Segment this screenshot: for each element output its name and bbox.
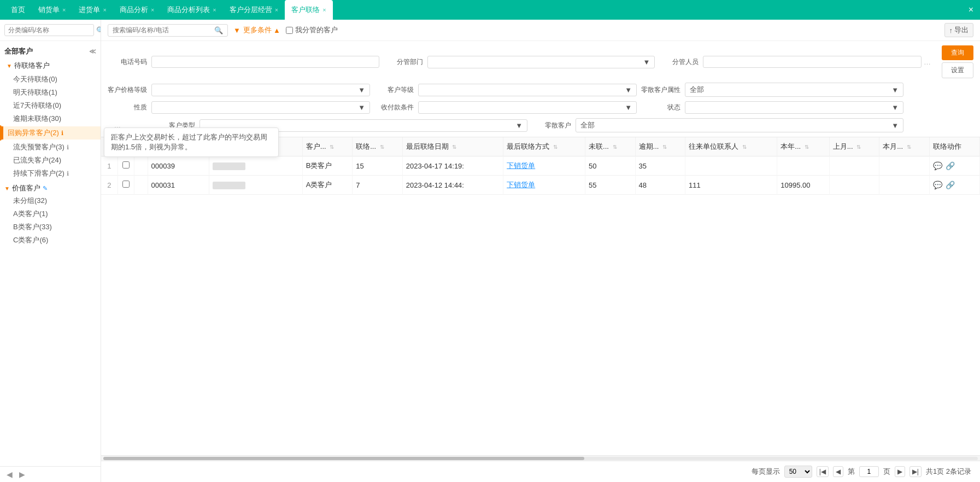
row-1-this-month [879, 156, 929, 176]
gender-icon: ▼ [358, 103, 365, 112]
row-2-link-icon[interactable]: 🔗 [946, 181, 955, 189]
prev-page-button[interactable]: ◀ [833, 466, 843, 477]
col-last-contact-way: 最后联络方式 ⇅ [503, 137, 585, 156]
nav-customer-contact[interactable]: 客户联络 × [285, 0, 332, 20]
filter-gender-label: 性质 [108, 103, 151, 112]
col-last-month-sort-icon[interactable]: ⇅ [856, 144, 861, 150]
filter-customer-grade-label: 客户等级 [374, 85, 418, 95]
col-overdue-sort-icon[interactable]: ⇅ [662, 144, 667, 150]
row-2-comment-icon[interactable]: 💬 [933, 181, 942, 189]
row-1-unit-contact [685, 156, 777, 176]
nav-close-sales[interactable]: × [62, 7, 66, 13]
sidebar-waiting-contact-group[interactable]: ▼ 待联络客户 [0, 59, 101, 73]
sidebar-search-icon[interactable]: 🔍 [96, 26, 101, 34]
nav-product-list[interactable]: 商品分析列表 × [161, 0, 222, 20]
sidebar-item-today-contact[interactable]: 今天待联络(0) [0, 73, 101, 86]
value-edit-icon[interactable]: ✎ [43, 185, 48, 192]
row-1-last-way-link[interactable]: 下销货单 [507, 161, 535, 170]
filter-status-field: 状态 ▼ [641, 101, 903, 114]
filter-retail-attr-label: 零散客户属性 [641, 85, 685, 95]
query-button[interactable]: 查询 [942, 45, 973, 60]
sidebar-all-customers[interactable]: 全部客户 ≪ [0, 44, 101, 59]
sidebar-collapse-icon[interactable]: ≪ [89, 48, 96, 55]
filter-pay-condition-select[interactable]: ▼ [418, 101, 637, 114]
export-button[interactable]: ↑ 导出 [944, 23, 974, 37]
row-2-last-way-link[interactable]: 下销货单 [507, 181, 535, 189]
col-grade: 客户... ⇅ [302, 137, 352, 156]
page-number-input[interactable] [859, 466, 879, 477]
nav-close-product-list[interactable]: × [213, 7, 216, 13]
main-layout: 🔍 全部客户 ≪ ▼ 待联络客户 今天待联络(0) 明天待联络(1) 近7天待联… [0, 20, 980, 482]
row-2-last-month [829, 176, 879, 195]
sidebar-item-churned[interactable]: 已流失客户(24) [0, 154, 101, 167]
per-page-select[interactable]: 50 100 200 [784, 466, 812, 478]
sidebar-right-arrow[interactable]: ▶ [17, 469, 27, 480]
nav-close-customer-segment[interactable]: × [275, 7, 278, 13]
row-2-checkbox-cell [118, 176, 134, 195]
sidebar-item-churn-warning[interactable]: 流失预警客户(3) ℹ [0, 141, 101, 154]
chevron-up-icon: ▲ [273, 26, 280, 34]
nav-close-customer-contact[interactable]: × [322, 7, 326, 13]
filter-dept-select[interactable]: ▼ [427, 56, 655, 68]
col-unit-sort-icon[interactable]: ⇅ [742, 144, 747, 150]
page-label: 第 [848, 467, 855, 477]
sidebar-item-repurchase-abnormal[interactable]: 回购异常客户(2) ℹ [2, 126, 101, 140]
row-2-checkbox[interactable] [122, 181, 130, 188]
col-grade-label: 客户... [306, 142, 326, 150]
manager-more-icon[interactable]: … [924, 58, 931, 66]
nav-purchase[interactable]: 进货单 × [72, 0, 113, 20]
col-grade-sort-icon[interactable]: ⇅ [330, 144, 334, 150]
search-input-icon[interactable]: 🔍 [214, 26, 223, 34]
my-customer-checkbox[interactable] [286, 27, 293, 34]
pagination-bar: 每页显示 50 100 200 |◀ ◀ 第 页 ▶ ▶| 共1页 2条记录 [101, 461, 980, 482]
sidebar-left-arrow[interactable]: ◀ [4, 469, 15, 480]
row-1-checkbox[interactable] [122, 161, 130, 169]
nav-close-product-analysis[interactable]: × [151, 7, 154, 13]
row-1-link-icon[interactable]: 🔗 [946, 161, 955, 170]
col-contact-sort-icon[interactable]: ⇅ [380, 144, 384, 150]
col-way-sort-icon[interactable]: ⇅ [553, 144, 558, 150]
nav-sales[interactable]: 销货单 × [32, 0, 72, 20]
status-icon: ▼ [891, 103, 899, 112]
nav-close-purchase[interactable]: × [103, 7, 106, 13]
sidebar-item-tomorrow-contact[interactable]: 明天待联络(1) [0, 86, 101, 99]
col-uncontact-sort-icon[interactable]: ⇅ [613, 144, 617, 150]
col-year-sort-icon[interactable]: ⇅ [805, 144, 809, 150]
filter-gender-select[interactable]: ▼ [151, 101, 370, 114]
repurchase-info-icon[interactable]: ℹ [61, 130, 63, 137]
sidebar-item-7days-contact[interactable]: 近7天待联络(0) [0, 99, 101, 112]
filter-retail-attr-select[interactable]: 全部 ▼ [685, 83, 903, 97]
nav-customer-segment[interactable]: 客户分层经营 × [223, 0, 285, 20]
churn-warning-info-icon[interactable]: ℹ [67, 144, 69, 151]
nav-home[interactable]: 首页 [4, 0, 32, 20]
sidebar-item-overdue-contact[interactable]: 逾期未联络(30) [0, 112, 101, 125]
sidebar-item-class-c[interactable]: C类客户(6) [0, 234, 101, 247]
sidebar-item-declining[interactable]: 持续下滑客户(2) ℹ [0, 167, 101, 180]
filter-retail-customer-select[interactable]: 全部 ▼ [576, 118, 903, 132]
filter-customer-grade-select[interactable]: ▼ [418, 84, 637, 96]
next-page-button[interactable]: ▶ [895, 466, 905, 477]
sidebar-value-customer-group[interactable]: ▼ 价值客户 ✎ [0, 180, 101, 194]
filter-status-select[interactable]: ▼ [685, 101, 903, 114]
first-page-button[interactable]: |◀ [817, 466, 829, 477]
sidebar-item-ungrouped[interactable]: 未分组(32) [0, 194, 101, 207]
settings-button[interactable]: 设置 [942, 62, 973, 78]
page-total-label: 页 [883, 467, 890, 477]
col-uncontact-label: 未联... [589, 142, 609, 150]
close-all-tabs-button[interactable]: × [969, 5, 973, 15]
sidebar-item-class-a[interactable]: A类客户(1) [0, 207, 101, 220]
row-1-comment-icon[interactable]: 💬 [933, 161, 942, 170]
more-conditions-button[interactable]: ▼ 更多条件 ▲ [233, 25, 280, 35]
sidebar-item-class-b[interactable]: B类客户(33) [0, 220, 101, 234]
col-this-month-sort-icon[interactable]: ⇅ [907, 144, 911, 150]
filter-price-grade-select[interactable]: ▼ [151, 84, 370, 96]
last-page-button[interactable]: ▶| [909, 466, 922, 477]
col-date-sort-icon[interactable]: ⇅ [452, 144, 456, 150]
filter-manager-input[interactable] [703, 56, 922, 68]
sidebar-search-input[interactable] [4, 24, 94, 36]
nav-product-analysis[interactable]: 商品分析 × [113, 0, 161, 20]
declining-info-icon[interactable]: ℹ [67, 170, 69, 177]
horizontal-scrollbar[interactable] [101, 455, 980, 461]
search-input[interactable] [113, 26, 212, 34]
filter-phone-input[interactable] [151, 56, 379, 68]
